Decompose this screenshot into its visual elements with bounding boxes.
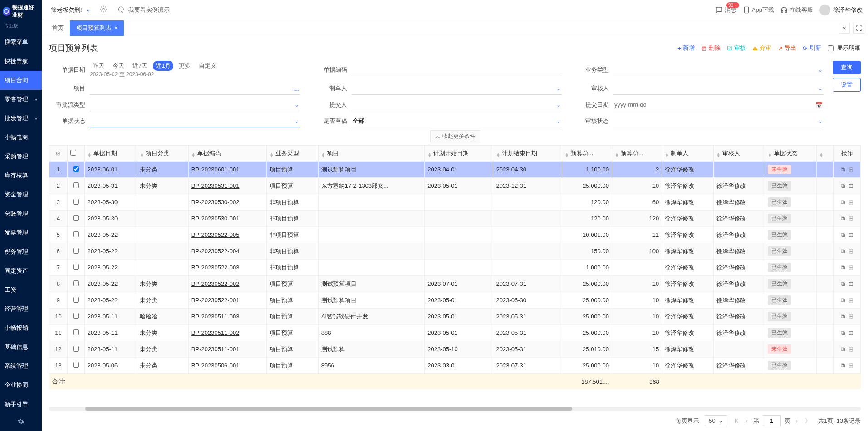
view-icon[interactable]: ⧉ (841, 199, 845, 206)
fullscreen-button[interactable]: ⛶ (853, 23, 864, 34)
select-all-checkbox[interactable] (67, 146, 84, 162)
refresh-button[interactable]: ⟳刷新 (803, 44, 821, 52)
page-size-select[interactable]: 50 ⌄ (705, 415, 727, 426)
code-link[interactable]: BP-20230522-003 (191, 264, 240, 271)
project-input[interactable] (90, 82, 300, 95)
status-select[interactable] (90, 115, 300, 127)
more-icon[interactable]: ⊞ (848, 264, 853, 271)
add-button[interactable]: +新增 (677, 44, 695, 52)
sidebar-item[interactable]: 采购管理 (0, 147, 42, 166)
code-link[interactable]: BP-20230511-001 (191, 346, 240, 353)
nav-settings[interactable] (0, 413, 42, 431)
code-link[interactable]: BP-20230531-001 (191, 182, 240, 189)
table-header[interactable]: ▲▼单据编码 (188, 146, 266, 162)
date-chip[interactable]: 近7天 (130, 61, 150, 71)
row-checkbox[interactable] (73, 182, 79, 188)
messages-button[interactable]: 消息 99 + (716, 6, 736, 14)
table-row[interactable]: 112023-05-11未分类BP-20230511-002项目预算888202… (49, 325, 861, 341)
view-icon[interactable]: ⧉ (841, 346, 845, 353)
code-link[interactable]: BP-20230522-005 (191, 231, 240, 238)
table-row[interactable]: 92023-05-22未分类BP-20230522-001项目预算测试预算项目2… (49, 292, 861, 309)
sidebar-item[interactable]: 批发管理▾ (0, 109, 42, 128)
table-header[interactable]: ▲▼ (816, 146, 834, 162)
sidebar-item[interactable]: 企业协同 (0, 376, 42, 395)
view-icon[interactable]: ⧉ (841, 280, 845, 288)
table-row[interactable]: 52023-05-22BP-20230522-005非项目预算10,001.00… (49, 227, 861, 243)
code-link[interactable]: BP-20230511-003 (191, 313, 240, 320)
sidebar-item[interactable]: 系统管理 (0, 357, 42, 376)
row-checkbox[interactable] (73, 280, 79, 286)
page-input[interactable] (763, 415, 781, 426)
horizontal-scrollbar[interactable] (49, 407, 861, 411)
submitdate-input[interactable] (613, 98, 824, 111)
more-icon[interactable]: ⊞ (848, 346, 853, 353)
view-icon[interactable]: ⧉ (841, 215, 845, 222)
table-header[interactable]: ▲▼项目 (318, 146, 424, 162)
row-checkbox[interactable] (73, 215, 79, 221)
more-icon[interactable]: ⊞ (848, 248, 853, 255)
sidebar-item[interactable]: 小畅电商 (0, 128, 42, 147)
sidebar-item[interactable]: 小畅报销 (0, 318, 42, 338)
date-chip[interactable]: 近1月 (153, 61, 173, 71)
chevron-down-icon[interactable]: ⌄ (556, 85, 561, 92)
code-link[interactable]: BP-20230601-001 (191, 166, 240, 173)
view-icon[interactable]: ⧉ (841, 182, 845, 190)
date-chip[interactable]: 昨天 (90, 61, 107, 71)
sidebar-item[interactable]: 资金管理 (0, 185, 42, 204)
view-icon[interactable]: ⧉ (841, 362, 845, 369)
view-icon[interactable]: ⧉ (841, 231, 845, 239)
table-header[interactable]: ▲▼计划开始日期 (425, 146, 493, 162)
view-icon[interactable]: ⧉ (841, 248, 845, 255)
chevron-down-icon[interactable]: ⌄ (818, 118, 823, 124)
table-row[interactable]: 22023-05-31未分类BP-20230531-001项目预算东方塞纳17-… (49, 178, 861, 194)
sidebar-item[interactable]: 新手引导 (0, 395, 42, 413)
table-row[interactable]: 102023-05-11哈哈哈BP-20230511-003项目预算AI智能软硬… (49, 309, 861, 325)
app-download-button[interactable]: App下载 (743, 6, 774, 14)
sidebar-item[interactable]: 零售管理▾ (0, 90, 42, 109)
submitter-select[interactable] (352, 98, 562, 111)
view-icon[interactable]: ⧉ (841, 329, 845, 337)
table-row[interactable]: 132023-05-06未分类BP-20230506-001项目预算895620… (49, 358, 861, 374)
more-icon[interactable]: ⊞ (848, 182, 853, 190)
code-link[interactable]: BP-20230522-001 (191, 297, 240, 304)
show-detail-toggle[interactable]: 显示明细 (828, 44, 861, 52)
more-icon[interactable]: ⊞ (848, 166, 853, 173)
table-header[interactable]: ▲▼预算总... (612, 146, 662, 162)
sidebar-item[interactable]: 工资 (0, 280, 42, 299)
sidebar-item[interactable]: 税务管理 (0, 242, 42, 261)
sidebar-item[interactable]: 固定资产 (0, 261, 42, 280)
more-icon[interactable]: ⊞ (848, 280, 853, 288)
detail-checkbox[interactable] (828, 45, 834, 51)
draft-select[interactable] (352, 115, 562, 127)
row-checkbox[interactable] (73, 297, 79, 303)
last-page-button[interactable]: 》 (803, 416, 813, 426)
calendar-icon[interactable]: 📅 (815, 102, 823, 108)
chevron-down-icon[interactable]: ⌄ (556, 118, 561, 124)
tab-close-all-button[interactable]: × (839, 23, 850, 34)
code-link[interactable]: BP-20230530-001 (191, 215, 240, 222)
tab-current[interactable]: 项目预算列表 × (70, 20, 124, 36)
user-menu[interactable]: 徐泽华修改 (819, 5, 863, 15)
demo-link[interactable]: 我要看实例演示 (118, 6, 170, 14)
row-checkbox[interactable] (73, 231, 79, 237)
unaudit-button[interactable]: ⏏弃审 (752, 44, 771, 52)
settings-button[interactable]: 设置 (833, 78, 861, 92)
row-checkbox[interactable] (73, 166, 79, 172)
row-checkbox[interactable] (73, 313, 79, 319)
code-link[interactable]: BP-20230511-002 (191, 329, 240, 336)
customer-service-button[interactable]: 在线客服 (780, 6, 813, 14)
table-header[interactable]: ▲▼单据日期 (84, 146, 137, 162)
export-button[interactable]: ↗导出 (778, 44, 796, 52)
prev-page-button[interactable]: ‹ (744, 416, 749, 425)
date-chip[interactable]: 今天 (110, 61, 127, 71)
sidebar-item[interactable]: 总账管理 (0, 204, 42, 223)
more-icon[interactable]: ⊞ (848, 231, 853, 239)
table-header[interactable]: ▲▼单据状态 (765, 146, 816, 162)
row-checkbox[interactable] (73, 362, 79, 368)
more-icon[interactable]: ⊞ (848, 313, 853, 320)
table-settings-button[interactable]: ⚙ (49, 146, 68, 162)
more-icon[interactable]: ⊞ (848, 199, 853, 206)
auditstatus-select[interactable] (613, 115, 824, 127)
table-header[interactable]: ▲▼制单人 (662, 146, 714, 162)
table-row[interactable]: 122023-05-11未分类BP-20230511-001项目预算测试预算20… (49, 341, 861, 358)
